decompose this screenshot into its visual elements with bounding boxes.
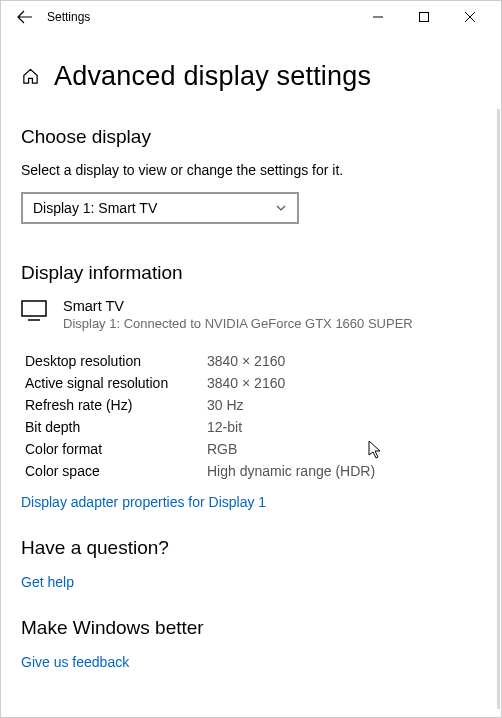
get-help-link[interactable]: Get help <box>21 574 74 590</box>
info-value: 30 Hz <box>207 397 481 413</box>
choose-display-heading: Choose display <box>21 126 481 148</box>
maximize-button[interactable] <box>401 1 447 33</box>
choose-display-subtext: Select a display to view or change the s… <box>21 162 481 178</box>
feedback-section: Make Windows better Give us feedback <box>21 617 481 671</box>
info-label: Bit depth <box>25 419 207 435</box>
window-controls <box>355 1 493 33</box>
info-label: Color format <box>25 441 207 457</box>
info-value: RGB <box>207 441 481 457</box>
minimize-button[interactable] <box>355 1 401 33</box>
close-button[interactable] <box>447 1 493 33</box>
info-label: Active signal resolution <box>25 375 207 391</box>
display-info-table: Desktop resolution 3840 × 2160 Active si… <box>25 353 481 479</box>
info-value: 12-bit <box>207 419 481 435</box>
svg-rect-1 <box>22 301 46 316</box>
titlebar: Settings <box>1 1 501 33</box>
info-label: Desktop resolution <box>25 353 207 369</box>
info-value: 3840 × 2160 <box>207 353 481 369</box>
window-title: Settings <box>41 10 355 24</box>
give-feedback-link[interactable]: Give us feedback <box>21 654 129 670</box>
content-area: Advanced display settings Choose display… <box>1 61 501 701</box>
adapter-properties-link[interactable]: Display adapter properties for Display 1 <box>21 494 266 510</box>
minimize-icon <box>373 12 383 22</box>
question-heading: Have a question? <box>21 537 481 559</box>
close-icon <box>465 12 475 22</box>
arrow-left-icon <box>17 9 33 25</box>
question-section: Have a question? Get help <box>21 537 481 591</box>
info-label: Refresh rate (Hz) <box>25 397 207 413</box>
info-label: Color space <box>25 463 207 479</box>
display-select[interactable]: Display 1: Smart TV <box>21 192 299 224</box>
display-information-section: Display information Smart TV Display 1: … <box>21 262 481 511</box>
monitor-icon <box>21 298 47 326</box>
device-name: Smart TV <box>63 298 413 314</box>
info-value: 3840 × 2160 <box>207 375 481 391</box>
svg-rect-0 <box>420 13 429 22</box>
maximize-icon <box>419 12 429 22</box>
feedback-heading: Make Windows better <box>21 617 481 639</box>
chevron-down-icon <box>275 202 287 214</box>
info-value: High dynamic range (HDR) <box>207 463 481 479</box>
page-header: Advanced display settings <box>21 61 481 92</box>
device-row: Smart TV Display 1: Connected to NVIDIA … <box>21 298 481 331</box>
back-button[interactable] <box>9 9 41 25</box>
display-select-value: Display 1: Smart TV <box>33 200 157 216</box>
display-info-heading: Display information <box>21 262 481 284</box>
page-title: Advanced display settings <box>54 61 371 92</box>
choose-display-section: Choose display Select a display to view … <box>21 126 481 224</box>
home-icon[interactable] <box>21 67 40 86</box>
device-subtext: Display 1: Connected to NVIDIA GeForce G… <box>63 316 413 331</box>
scrollbar[interactable] <box>497 109 500 709</box>
